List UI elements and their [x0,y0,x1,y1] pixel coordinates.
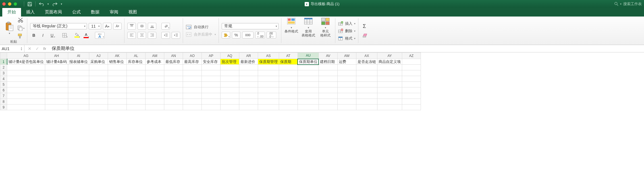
cell[interactable] [89,76,108,82]
cell[interactable] [377,87,402,93]
column-header[interactable]: AX [356,53,377,59]
cell[interactable] [7,93,45,99]
cell[interactable] [201,82,220,87]
align-top-button[interactable] [127,23,136,30]
row-header[interactable]: 9 [0,105,7,110]
currency-button[interactable]: ▾ [222,32,230,38]
cell[interactable]: 保质期管理 [258,59,279,65]
undo-icon[interactable] [39,2,44,6]
tab-页面布局[interactable]: 页面布局 [40,8,67,17]
cell[interactable]: 采购单位 [89,59,108,65]
cell[interactable] [337,105,356,110]
cell[interactable] [239,76,258,82]
delete-cells-button[interactable]: 删除 ▾ [338,28,356,34]
cell[interactable] [89,65,108,70]
fill-color-button[interactable]: ▾ [73,32,81,39]
cell[interactable] [164,87,183,93]
decrease-indent-button[interactable] [161,32,170,39]
align-left-button[interactable] [127,32,136,39]
increase-font-button[interactable]: A▴ [103,23,111,30]
save-icon[interactable] [28,2,32,6]
cell[interactable] [377,105,402,110]
cell[interactable] [319,99,337,105]
cell[interactable] [201,76,220,82]
cell[interactable] [126,82,145,87]
cell[interactable] [108,105,126,110]
cell[interactable] [108,65,126,70]
cell[interactable] [164,76,183,82]
format-cells-button[interactable]: 格式 ▾ [338,36,356,41]
cell[interactable] [68,70,89,76]
copy-icon[interactable]: ▾ [18,26,24,31]
cell[interactable] [239,93,258,99]
cell[interactable] [7,76,45,82]
cell[interactable] [319,65,337,70]
cell[interactable] [108,76,126,82]
column-header[interactable]: AQ [220,53,239,59]
cell[interactable] [126,76,145,82]
cell[interactable] [239,82,258,87]
cell[interactable] [89,87,108,93]
cell[interactable] [258,82,279,87]
row-header[interactable]: 2 [0,65,7,70]
cell[interactable] [68,76,89,82]
underline-button[interactable]: U▾ [48,32,56,39]
cell[interactable] [377,82,402,87]
autosum-button[interactable]: Σ [361,23,367,30]
column-header[interactable]: AN [164,53,183,59]
cell[interactable] [108,87,126,93]
cell[interactable] [279,65,298,70]
clear-button[interactable] [361,32,369,39]
row-header[interactable]: 5 [0,82,7,87]
cell[interactable] [145,105,164,110]
cell[interactable] [108,93,126,99]
tab-开始[interactable]: 开始 [2,8,21,17]
cell[interactable] [356,82,377,87]
cell[interactable] [45,93,68,99]
column-header[interactable]: AT [279,53,298,59]
cell[interactable] [164,99,183,105]
cell[interactable] [183,93,201,99]
cell[interactable] [319,70,337,76]
cell[interactable] [201,87,220,93]
row-header[interactable]: 8 [0,99,7,105]
cell[interactable] [164,65,183,70]
phonetic-button[interactable]: abcA▾ [95,32,105,39]
tab-数据[interactable]: 数据 [86,8,105,17]
cell[interactable] [279,70,298,76]
column-header[interactable]: AH [45,53,68,59]
cell[interactable] [356,65,377,70]
cell[interactable] [356,99,377,105]
cell[interactable] [7,82,45,87]
cell[interactable] [279,76,298,82]
maximize-window-button[interactable] [14,2,17,6]
cell[interactable] [239,99,258,105]
align-center-button[interactable] [138,32,146,39]
cell[interactable] [377,65,402,70]
cell[interactable] [402,82,421,87]
cell[interactable] [402,99,421,105]
cell[interactable] [183,105,201,110]
cell[interactable] [239,105,258,110]
cell[interactable] [7,87,45,93]
orientation-button[interactable]: ab▾ [161,23,170,30]
cell[interactable] [239,70,258,76]
cell[interactable] [402,87,421,93]
align-middle-button[interactable] [138,23,146,30]
cell[interactable] [108,82,126,87]
tab-审阅[interactable]: 审阅 [105,8,123,17]
cell[interactable] [201,70,220,76]
cell[interactable] [258,76,279,82]
cell[interactable] [68,99,89,105]
cell[interactable] [356,87,377,93]
formula-bar-input[interactable]: 保质期单位 [49,46,644,52]
cell[interactable]: 库存单位 [126,59,145,65]
cell[interactable] [298,70,319,76]
cell[interactable] [337,82,356,87]
column-header[interactable]: AV [319,53,337,59]
cell[interactable] [7,105,45,110]
cell[interactable] [220,70,239,76]
cell[interactable] [319,76,337,82]
spreadsheet-grid[interactable]: AGAHAIAJAKALAMANAOAPAQARASATAUAVAWAXAYAZ… [0,52,644,110]
tab-插入[interactable]: 插入 [21,8,40,17]
